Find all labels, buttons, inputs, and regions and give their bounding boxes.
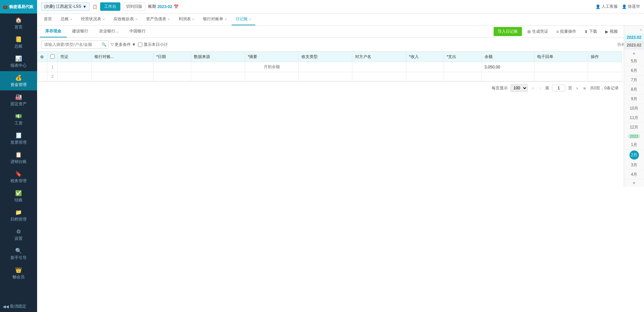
month-5[interactable]: 5月 (624, 57, 644, 66)
select-all-checkbox[interactable] (50, 54, 55, 59)
sidebar-item-assets[interactable]: 🏭 固定资产 (0, 90, 37, 110)
total-label: 共0页，0条记录 (590, 85, 619, 91)
row-settings (37, 72, 48, 81)
th-settings[interactable]: ⚙ (37, 52, 48, 62)
inner-tab-row: 库存现金 建设银行 农业银行... 中国银行 导入日记账 ⊞ 生成凭证 ≡ 批量… (37, 26, 644, 38)
th-bank-match: 银行对账... (91, 52, 153, 62)
row-settings (37, 62, 48, 72)
month-12[interactable]: 12月 (624, 123, 644, 132)
guide-icon: 🔍 (15, 248, 22, 254)
scroll-down-button[interactable]: ▼ (624, 179, 644, 187)
voucher-icon: ⊞ (527, 29, 531, 34)
inner-tab-cash[interactable]: 库存现金 (40, 26, 67, 37)
tab-business-close[interactable]: × (103, 17, 105, 21)
content-area: 库存现金 建设银行 农业银行... 中国银行 导入日记账 ⊞ 生成凭证 ≡ 批量… (37, 26, 644, 312)
sidebar-item-vip[interactable]: 👑 畅会员 (0, 263, 37, 283)
sidebar-item-archive[interactable]: 📁 归档管理 (0, 206, 37, 225)
unpin-icon: ◀◀ (3, 304, 9, 309)
month-3[interactable]: 3月 (624, 161, 644, 170)
row-expense (444, 62, 481, 72)
last-page-button[interactable]: » (582, 85, 587, 91)
unpin-button[interactable]: ◀◀ 取消固定 (0, 301, 37, 312)
tab-balance-sheet[interactable]: 资产负债表 × (142, 13, 174, 25)
row-counterpart (352, 62, 406, 72)
download-button[interactable]: ⬇ 下载 (582, 27, 600, 36)
date-panel: × 2023.02 2023.02 ▲ 5月 6月 7月 8月 9月 10月 1… (624, 26, 644, 187)
first-page-button[interactable]: « (530, 85, 536, 91)
per-page-select[interactable]: 100 50 200 (510, 84, 528, 92)
inner-tab-boc[interactable]: 中国银行 (124, 26, 151, 37)
tab-bank-close[interactable]: × (225, 17, 227, 21)
user-menu[interactable]: 👤 徐遥华 (622, 4, 640, 9)
tab-journal-close[interactable]: × (249, 17, 251, 21)
row-data-source (191, 72, 245, 81)
month-6[interactable]: 6月 (624, 66, 644, 76)
tab-balance-close[interactable]: × (168, 17, 170, 21)
sidebar-item-tax[interactable]: 🔖 税务管理 (0, 167, 37, 187)
month-10[interactable]: 10月 (624, 104, 644, 113)
tab-receivable-close[interactable]: × (135, 17, 137, 21)
batch-op-button[interactable]: ≡ 批量操作 (554, 27, 579, 36)
sidebar-item-finance[interactable]: 💰 资金管理 (0, 71, 37, 90)
human-service[interactable]: 👤 人工客服 (595, 4, 618, 9)
tab-profit[interactable]: 利润表 × (175, 13, 198, 25)
inner-tab-actions: 导入日记账 ⊞ 生成凭证 ≡ 批量操作 ⬇ 下载 ▶ 视频 (494, 27, 644, 36)
import-journal-button[interactable]: 导入日记账 (494, 27, 522, 36)
calendar-icon[interactable]: 📅 (174, 4, 179, 9)
tab-journal[interactable]: 日记账 × (232, 13, 255, 25)
row-bank-match (91, 72, 153, 81)
month-4[interactable]: 4月 (624, 170, 644, 179)
th-checkbox[interactable] (48, 52, 58, 62)
inner-tab-ccb[interactable]: 建设银行 (67, 26, 94, 37)
tab-ledger[interactable]: 总账 × (57, 13, 76, 25)
sidebar-item-reports[interactable]: 📊 报表中心 (0, 52, 37, 71)
inner-tab-abc[interactable]: 农业银行... (94, 26, 124, 37)
page-input[interactable] (552, 85, 565, 91)
sidebar-item-salary[interactable]: 💵 工资 (0, 110, 37, 129)
row-expense (444, 72, 481, 81)
tab-profit-close[interactable]: × (192, 17, 194, 21)
switch-old-button[interactable]: 切到旧版 (123, 2, 145, 11)
month-1[interactable]: 1月 (624, 140, 644, 150)
sidebar-item-ledger[interactable]: 📒 总账 (0, 33, 37, 52)
app-title: 畅捷通易代账 (9, 4, 33, 10)
video-button[interactable]: ▶ 视频 (603, 27, 620, 36)
table-container: ⚙ 凭证 银行对账... *日期 数据来源 *摘要 收支类型 对方户名 *收入 … (37, 52, 644, 81)
sidebar-item-invoice[interactable]: 🧾 发票管理 (0, 129, 37, 148)
next-page-button[interactable]: › (575, 85, 579, 91)
scroll-up-button[interactable]: ▲ (624, 49, 644, 57)
search-icon[interactable]: 🔍 (101, 42, 107, 47)
tab-receivable[interactable]: 应收账款表 × (110, 13, 141, 25)
date-panel-close[interactable]: × (624, 26, 644, 34)
tab-ledger-close[interactable]: × (70, 17, 72, 21)
tab-bank-statement[interactable]: 银行对账单 × (199, 13, 231, 25)
show-daily-input[interactable] (138, 42, 142, 47)
filter-button[interactable]: ▽ 更多条件 ▼ (111, 42, 136, 48)
copy-icon[interactable]: 📋 (92, 4, 97, 9)
search-input[interactable] (41, 40, 109, 49)
filter-chevron: ▼ (132, 42, 136, 47)
tab-business[interactable]: 经营状况表 × (77, 13, 109, 25)
sidebar-item-settings[interactable]: ⚙ 设置 (0, 225, 37, 244)
company-selector[interactable]: (勿删) 江西超宝-LSS ▼ (41, 2, 90, 11)
month-7[interactable]: 7月 (624, 76, 644, 85)
sidebar-item-home[interactable]: 🏠 首页 (0, 13, 37, 33)
month-11[interactable]: 11月 (624, 113, 644, 123)
row-num: 2 (48, 72, 58, 81)
month-2-active[interactable]: 2月 (630, 150, 639, 160)
sidebar-item-purchase[interactable]: 📋 进销台账 (0, 148, 37, 167)
sidebar-item-close[interactable]: ✅ 结账 (0, 187, 37, 206)
generate-voucher-button[interactable]: ⊞ 生成凭证 (525, 27, 551, 36)
workbench-button[interactable]: 工作台 (100, 2, 120, 11)
archive-icon: 📁 (15, 209, 22, 216)
prev-page-button[interactable]: ‹ (538, 85, 543, 91)
main-area: (勿删) 江西超宝-LSS ▼ 📋 工作台 切到旧版 账期 2023-02 📅 … (37, 0, 644, 312)
show-daily-checkbox[interactable]: 显示本日小计 (138, 42, 168, 48)
tab-home[interactable]: 首页 (40, 13, 56, 25)
app-logo: 💼 畅捷通易代账 (0, 0, 37, 13)
row-summary (245, 72, 298, 81)
month-9[interactable]: 9月 (624, 94, 644, 104)
sidebar-item-guide[interactable]: 🔍 新手引导 (0, 244, 37, 263)
th-balance: 余额 (481, 52, 534, 62)
month-8[interactable]: 8月 (624, 85, 644, 94)
